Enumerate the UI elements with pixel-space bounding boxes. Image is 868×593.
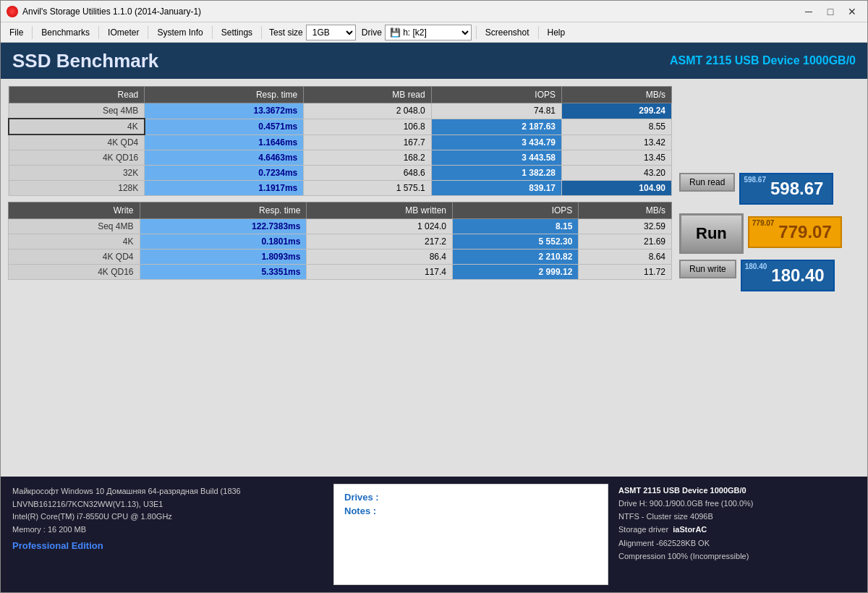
run-score-label: 779.07: [752, 219, 775, 227]
right-panel: Run read 598.67 598.67 Run 779.07 779.07…: [679, 86, 860, 474]
footer-left: Майкрософт Windows 10 Домашняя 64-разряд…: [1, 477, 333, 592]
read-row-iops: 3 443.58: [431, 150, 561, 166]
read-score-value: 598.67: [770, 179, 823, 198]
read-table: Read Resp. time MB read IOPS MB/s Seq 4M…: [8, 86, 672, 196]
run-write-button[interactable]: Run write: [679, 260, 736, 278]
close-button[interactable]: ✕: [843, 4, 861, 19]
device-info: ASMT 2115 USB Device 1000GB/0: [670, 54, 856, 67]
read-row-iops: 74.81: [431, 103, 561, 119]
write-row-resp: 122.7383ms: [140, 219, 307, 234]
read-row-mbs: 13.45: [562, 150, 672, 166]
read-row-iops: 3 434.79: [431, 135, 561, 150]
menu-divider-7: [538, 26, 539, 39]
write-row-iops: 8.15: [453, 219, 579, 234]
menu-iometer[interactable]: IOmeter: [102, 25, 145, 40]
header-title: SSD Benchmark: [12, 50, 158, 72]
title-bar: Anvil's Storage Utilities 1.1.0 (2014-Ja…: [1, 1, 867, 22]
sys-info-line-2: LNVNB161216/7KCN32WW(V1.13), U3E1: [12, 498, 322, 511]
read-row-mb: 167.7: [304, 135, 431, 150]
sys-info-line-1: Майкрософт Windows 10 Домашняя 64-разряд…: [12, 485, 322, 498]
read-row-mb: 1 575.1: [304, 181, 431, 196]
read-score-box: 598.67 598.67: [739, 173, 833, 205]
read-row-mbs: 43.20: [562, 166, 672, 181]
write-row-resp: 1.8093ms: [140, 249, 307, 265]
write-row-iops: 5 552.30: [453, 234, 579, 249]
run-read-button[interactable]: Run read: [679, 173, 735, 192]
read-col-resp: Resp. time: [145, 87, 304, 103]
read-row-iops: 2 187.63: [431, 119, 561, 135]
storage-driver: iaStorAC: [673, 525, 707, 534]
read-col-mb: MB read: [304, 87, 431, 103]
device-line-3: NTFS - Cluster size 4096B: [618, 510, 857, 523]
run-score-box: 779.07 779.07: [748, 216, 842, 248]
read-row-label: Seq 4MB: [9, 103, 145, 119]
menu-divider-2: [98, 26, 99, 39]
menu-settings[interactable]: Settings: [216, 25, 258, 40]
read-row-mb: 648.6: [304, 166, 431, 181]
write-row-label: 4K QD4: [9, 249, 140, 265]
read-row-resp: 0.4571ms: [145, 119, 304, 135]
read-row-mb: 168.2: [304, 150, 431, 166]
read-row-resp: 4.6463ms: [145, 150, 304, 166]
write-col-label: Write: [9, 202, 140, 219]
read-col-mbs: MB/s: [562, 87, 672, 103]
footer-notes: Drives : Notes :: [333, 484, 608, 585]
notes-label: Notes :: [344, 505, 597, 516]
menu-file[interactable]: File: [4, 25, 29, 40]
minimize-button[interactable]: ─: [799, 4, 818, 19]
read-row-resp: 13.3672ms: [145, 103, 304, 119]
run-button[interactable]: Run: [679, 213, 744, 254]
write-row-mbs: 21.69: [579, 234, 672, 249]
menu-screenshot[interactable]: Screenshot: [480, 25, 535, 40]
read-row-mbs: 104.90: [562, 181, 672, 196]
menu-sysinfo[interactable]: System Info: [151, 25, 208, 40]
test-size-select[interactable]: 1GB 512MB 256MB: [306, 25, 356, 40]
maximize-button[interactable]: □: [821, 4, 840, 19]
write-col-mb: MB written: [307, 202, 453, 219]
write-score-box: 180.40 180.40: [741, 260, 835, 291]
read-row-mbs: 13.42: [562, 135, 672, 150]
professional-edition: Professional Edition: [12, 539, 322, 554]
write-row-mbs: 11.72: [579, 265, 672, 280]
run-score-value: 779.07: [778, 222, 831, 242]
device-line-2: Drive H: 900.1/900.0GB free (100.0%): [618, 497, 857, 510]
write-col-resp: Resp. time: [140, 202, 307, 219]
menu-divider-1: [32, 26, 33, 39]
write-row-mb: 86.4: [307, 249, 453, 265]
test-size-label: Test size: [269, 27, 303, 38]
read-row-iops: 839.17: [431, 181, 561, 196]
read-score-label: 598.67: [744, 176, 766, 184]
write-run-row: Run write 180.40 180.40: [679, 260, 835, 291]
read-row-label: 128K: [9, 181, 145, 196]
write-row-mb: 117.4: [307, 265, 453, 280]
device-line-4: Storage driver iaStorAC: [618, 523, 857, 536]
menu-divider-3: [148, 26, 148, 39]
read-row-mb: 2 048.0: [304, 103, 431, 119]
write-row-label: 4K: [9, 234, 140, 249]
footer: Майкрософт Windows 10 Домашняя 64-разряд…: [1, 477, 867, 592]
read-row-label: 32K: [9, 166, 145, 181]
read-row-mb: 106.8: [304, 119, 431, 135]
menu-bar: File Benchmarks IOmeter System Info Sett…: [1, 22, 867, 43]
menu-help[interactable]: Help: [542, 25, 571, 40]
menu-benchmarks[interactable]: Benchmarks: [35, 25, 95, 40]
write-row-mbs: 8.64: [579, 249, 672, 265]
read-col-iops: IOPS: [431, 87, 561, 103]
write-table: Write Resp. time MB written IOPS MB/s Se…: [8, 202, 672, 280]
read-row-iops: 1 382.28: [431, 166, 561, 181]
write-score-value: 180.40: [771, 265, 824, 285]
device-line-7: Compression 100% (Incompressible): [618, 550, 857, 563]
write-row-mb: 217.2: [307, 234, 453, 249]
app-icon: [7, 6, 18, 17]
write-row-resp: 0.1801ms: [140, 234, 307, 249]
write-score-label: 180.40: [745, 263, 767, 270]
window-title: Anvil's Storage Utilities 1.1.0 (2014-Ja…: [22, 7, 799, 17]
menu-divider-4: [212, 26, 213, 39]
drive-select[interactable]: 💾 h: [k2]: [385, 25, 472, 40]
device-line-6: Alignment -662528KB OK: [618, 537, 857, 550]
write-row-label: Seq 4MB: [9, 219, 140, 234]
footer-right: ASMT 2115 USB Device 1000GB/0 Drive H: 9…: [608, 477, 867, 592]
read-row-label: 4K: [9, 119, 145, 135]
read-row-mbs: 299.24: [562, 103, 672, 119]
write-row-mb: 1 024.0: [307, 219, 453, 234]
